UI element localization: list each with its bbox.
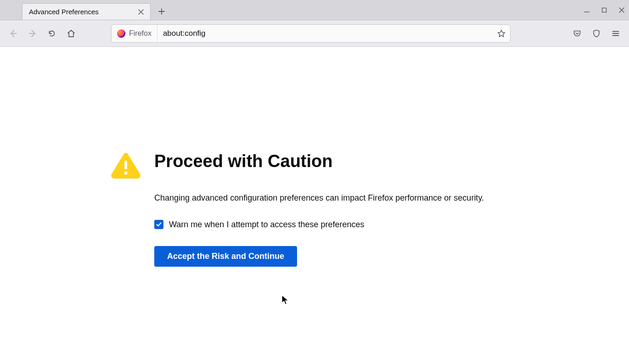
home-button[interactable] <box>62 25 80 42</box>
svg-rect-0 <box>602 8 607 12</box>
close-icon <box>619 7 624 13</box>
tab-close-button[interactable] <box>136 7 146 17</box>
accept-risk-button[interactable]: Accept the Risk and Continue <box>154 246 297 267</box>
shield-icon <box>592 29 601 38</box>
plus-icon <box>158 8 165 15</box>
window-maximize-button[interactable] <box>600 6 609 15</box>
arrow-left-icon <box>9 29 17 38</box>
window-minimize-button[interactable] <box>582 6 591 15</box>
bookmark-button[interactable] <box>493 25 510 42</box>
browser-tab-active[interactable]: Advanced Preferences <box>22 3 151 20</box>
url-bar[interactable]: Firefox <box>111 24 511 43</box>
warning-triangle-icon <box>110 151 141 179</box>
reload-button[interactable] <box>43 25 61 42</box>
reload-icon <box>48 29 56 38</box>
warn-checkbox-label[interactable]: Warn me when I attempt to access these p… <box>169 220 365 230</box>
url-input[interactable] <box>157 29 493 38</box>
extension-ublock-button[interactable] <box>588 25 605 42</box>
pocket-icon <box>573 29 581 38</box>
home-icon <box>67 29 75 38</box>
svg-point-2 <box>124 171 127 174</box>
tab-strip: Advanced Preferences <box>0 0 629 20</box>
window-close-button[interactable] <box>617 6 626 15</box>
page-content: Proceed with Caution Changing advanced c… <box>0 47 629 364</box>
identity-box[interactable]: Firefox <box>112 25 157 42</box>
warn-checkbox-row: Warn me when I attempt to access these p… <box>154 220 484 230</box>
warning-title: Proceed with Caution <box>154 151 484 172</box>
close-icon <box>138 9 144 15</box>
firefox-logo-icon <box>117 29 125 38</box>
app-menu-button[interactable] <box>607 25 624 42</box>
warning-icon-container <box>110 151 141 179</box>
about-config-warning: Proceed with Caution Changing advanced c… <box>110 151 484 267</box>
toolbar-right-group <box>568 25 624 42</box>
pocket-button[interactable] <box>568 25 586 42</box>
forward-button[interactable] <box>24 25 41 42</box>
arrow-right-icon <box>28 29 37 38</box>
tab-title: Advanced Preferences <box>29 8 136 16</box>
checkmark-icon <box>156 221 162 228</box>
maximize-icon <box>601 7 607 13</box>
new-tab-button[interactable] <box>154 4 169 19</box>
warn-checkbox[interactable] <box>154 220 163 229</box>
hamburger-icon <box>612 29 620 38</box>
back-button[interactable] <box>5 25 22 42</box>
star-icon <box>497 29 505 38</box>
warning-body: Proceed with Caution Changing advanced c… <box>154 151 484 267</box>
window-controls <box>582 0 626 20</box>
mouse-cursor-icon <box>281 295 290 306</box>
minimize-icon <box>584 7 590 13</box>
svg-rect-1 <box>124 161 127 169</box>
navigation-toolbar: Firefox <box>0 20 629 47</box>
warning-description: Changing advanced configuration preferen… <box>154 192 484 204</box>
identity-label: Firefox <box>129 29 152 38</box>
